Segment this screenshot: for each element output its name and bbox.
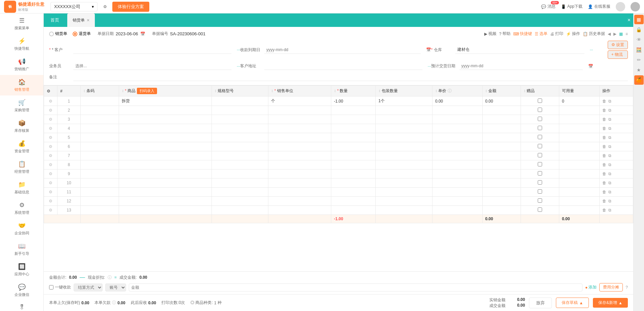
row-amount-2[interactable]: [482, 115, 521, 124]
nav-next-icon[interactable]: ▶: [613, 32, 616, 36]
sort-price-icon[interactable]: ↕: [435, 88, 437, 93]
tab-sales-order[interactable]: 销货单 ×: [67, 13, 95, 27]
row-copy-icon-1[interactable]: ⧉: [608, 108, 611, 113]
row-delete-icon-9[interactable]: 🗑: [602, 181, 606, 185]
row-spec-7[interactable]: [212, 160, 268, 169]
rp-grid-button[interactable]: ▦: [634, 15, 644, 24]
row-unit-3[interactable]: [268, 124, 331, 133]
row-pack-qty-10[interactable]: [376, 188, 432, 197]
rp-eye-button[interactable]: 👁: [634, 35, 644, 44]
rp-star-button[interactable]: ★: [634, 65, 644, 75]
row-product-5[interactable]: [119, 142, 212, 151]
row-pack-qty-11[interactable]: [376, 197, 432, 206]
customer-input[interactable]: [73, 46, 231, 54]
row-gift-11[interactable]: [521, 197, 559, 206]
row-barcode-7[interactable]: [80, 160, 119, 169]
row-price-7[interactable]: [432, 160, 482, 169]
expected-calendar-icon[interactable]: 📅: [588, 64, 593, 69]
row-amount-8[interactable]: [482, 169, 521, 179]
sidebar-item-sales-mgmt[interactable]: 🏠 销售管理: [0, 75, 43, 95]
sidebar-item-system[interactable]: ⚙ 系统管理: [0, 198, 43, 219]
save-new-button[interactable]: 保存&新增 ▲: [593, 298, 628, 308]
row-pack-qty-9[interactable]: [376, 179, 432, 188]
row-settings-7[interactable]: ⚙: [44, 160, 58, 169]
one-click-payment-checkbox[interactable]: 一键收款: [49, 284, 71, 290]
row-spec-12[interactable]: [212, 206, 268, 215]
one-click-checkbox-input[interactable]: [49, 285, 53, 289]
row-product-2[interactable]: [119, 115, 212, 124]
row-price-9[interactable]: [432, 179, 482, 188]
expected-date-input[interactable]: [459, 62, 583, 70]
row-qty-4[interactable]: [331, 133, 376, 142]
row-spec-5[interactable]: [212, 142, 268, 151]
address-dots-icon[interactable]: ···: [428, 64, 431, 69]
row-product-8[interactable]: [119, 169, 212, 179]
row-amount-10[interactable]: [482, 188, 521, 197]
row-delete-icon-2[interactable]: 🗑: [602, 117, 606, 122]
rp-lock-button[interactable]: 🔒: [634, 25, 644, 34]
row-qty-7[interactable]: [331, 160, 376, 169]
row-qty-12[interactable]: [331, 206, 376, 215]
row-copy-icon-8[interactable]: ⧉: [608, 171, 611, 176]
salesperson-dots-icon[interactable]: ···: [237, 64, 240, 69]
sidebar-item-tutorial[interactable]: 📖 新手引导: [0, 239, 43, 260]
sidebar-item-base-info[interactable]: 📁 基础信息: [0, 178, 43, 198]
row-qty-3[interactable]: [331, 124, 376, 133]
sort-product-icon[interactable]: ↕: [122, 88, 124, 93]
user-avatar[interactable]: [616, 2, 625, 11]
form-logistics-button[interactable]: + 物流: [608, 50, 628, 59]
row-price-2[interactable]: [432, 115, 482, 124]
price-info-icon[interactable]: ⓘ: [448, 88, 452, 93]
row-delete-icon-6[interactable]: 🗑: [602, 153, 606, 158]
row-gift-5[interactable]: [521, 142, 559, 151]
row-settings-3[interactable]: ⚙: [44, 124, 58, 133]
row-copy-icon-6[interactable]: ⧉: [608, 153, 611, 158]
row-spec-3[interactable]: [212, 124, 268, 133]
sidebar-item-app-center[interactable]: 🔲 应用中心: [0, 260, 43, 280]
row-unit-6[interactable]: [268, 151, 331, 160]
footer-owed-info-icon[interactable]: ⓘ: [112, 300, 116, 306]
row-spec-1[interactable]: [212, 106, 268, 115]
sidebar-item-finance[interactable]: 💰 资金管理: [0, 137, 43, 157]
row-settings-6[interactable]: ⚙: [44, 151, 58, 160]
nav-prev-icon[interactable]: ◀: [608, 32, 611, 36]
row-gift-7[interactable]: [521, 160, 559, 169]
row-price-3[interactable]: [432, 124, 482, 133]
receipt-date-input[interactable]: [264, 46, 421, 54]
row-spec-9[interactable]: [212, 179, 268, 188]
shortcut-tool-btn[interactable]: ⌨ 快捷键: [513, 31, 532, 37]
settings-icon[interactable]: ⚙: [100, 2, 110, 11]
row-settings-2[interactable]: ⚙: [44, 115, 58, 124]
rp-calc-button[interactable]: 🧮: [634, 45, 644, 54]
row-gift-3[interactable]: [521, 124, 559, 133]
row-barcode-6[interactable]: [80, 151, 119, 160]
message-button[interactable]: 💬 消息 99+: [541, 4, 556, 9]
abandon-button[interactable]: 放弃: [529, 298, 552, 308]
sidebar-item-wechat[interactable]: 💬 企业微信: [0, 280, 43, 301]
row-qty-10[interactable]: [331, 188, 376, 197]
row-unit-11[interactable]: [268, 197, 331, 206]
warehouse-dots-icon[interactable]: ···: [590, 47, 593, 52]
row-amount-4[interactable]: [482, 133, 521, 142]
row-delete-icon-3[interactable]: 🗑: [602, 126, 606, 131]
row-price-11[interactable]: [432, 197, 482, 206]
company-selector[interactable]: XXXXXX公司 ▾: [50, 2, 98, 11]
row-qty-0[interactable]: -1.00: [331, 96, 376, 106]
row-spec-8[interactable]: [212, 169, 268, 179]
calendar-icon[interactable]: 📅: [140, 32, 145, 36]
sort-qty-icon[interactable]: ↕: [334, 88, 336, 93]
row-product-4[interactable]: [119, 133, 212, 142]
row-pack-qty-7[interactable]: [376, 160, 432, 169]
row-price-1[interactable]: [432, 106, 482, 115]
discount-info-icon[interactable]: ⓘ: [108, 275, 112, 280]
row-pack-qty-6[interactable]: [376, 151, 432, 160]
row-gift-9[interactable]: [521, 179, 559, 188]
row-unit-5[interactable]: [268, 142, 331, 151]
row-settings-4[interactable]: ⚙: [44, 133, 58, 142]
warehouse-input[interactable]: [455, 46, 584, 54]
row-settings-9[interactable]: ⚙: [44, 179, 58, 188]
row-amount-12[interactable]: [482, 206, 521, 215]
row-copy-icon-10[interactable]: ⧉: [608, 190, 611, 194]
row-price-6[interactable]: [432, 151, 482, 160]
row-barcode-3[interactable]: [80, 124, 119, 133]
